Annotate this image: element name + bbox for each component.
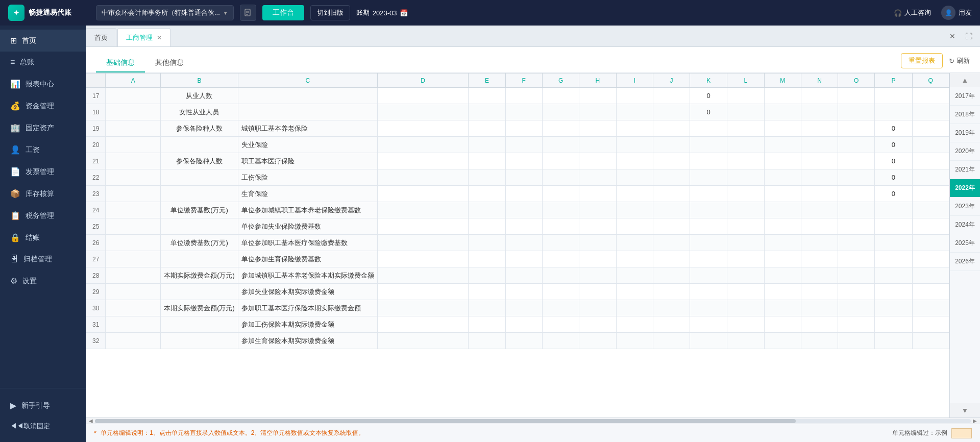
- cell-a-27[interactable]: [106, 251, 161, 267]
- maximize-window-button[interactable]: ⛶: [962, 29, 976, 43]
- cell-i-31[interactable]: [616, 316, 653, 333]
- cell-q-25[interactable]: [912, 218, 949, 235]
- cell-a-32[interactable]: [106, 333, 161, 349]
- year-item-2020[interactable]: 2020年: [950, 142, 980, 161]
- cell-l-19[interactable]: [727, 120, 764, 137]
- sidebar-item-tax[interactable]: 📋税务管理: [0, 205, 86, 227]
- cell-o-22[interactable]: [838, 169, 875, 186]
- year-scroll-down[interactable]: ▼: [950, 403, 980, 418]
- cell-a-23[interactable]: [106, 186, 161, 202]
- cell-e-20[interactable]: [469, 137, 505, 153]
- cell-k-30[interactable]: [690, 300, 727, 316]
- cell-i-27[interactable]: [616, 251, 653, 267]
- cell-c-20[interactable]: 失业保险: [238, 137, 377, 153]
- cell-f-27[interactable]: [505, 251, 542, 267]
- cell-e-32[interactable]: [469, 333, 505, 349]
- refresh-button[interactable]: ↻ 刷新: [949, 56, 970, 65]
- cell-g-18[interactable]: [542, 104, 579, 120]
- cell-e-19[interactable]: [469, 120, 505, 137]
- cell-i-28[interactable]: [616, 267, 653, 284]
- year-item-2026[interactable]: 2026年: [950, 253, 980, 271]
- cell-h-28[interactable]: [579, 267, 616, 284]
- cell-q-32[interactable]: [912, 333, 949, 349]
- cell-e-31[interactable]: [469, 316, 505, 333]
- company-selector[interactable]: 中审众环会计师事务所（特殊普通合伙... ▼: [96, 5, 234, 20]
- cell-h-19[interactable]: [579, 120, 616, 137]
- cell-f-30[interactable]: [505, 300, 542, 316]
- sidebar-item-report[interactable]: 📊报表中心: [0, 73, 86, 95]
- cell-e-25[interactable]: [469, 218, 505, 235]
- cell-k-26[interactable]: [690, 235, 727, 251]
- cell-l-26[interactable]: [727, 235, 764, 251]
- cell-e-21[interactable]: [469, 153, 505, 169]
- sidebar-item-ledger[interactable]: ≡总账: [0, 52, 86, 73]
- cell-e-17[interactable]: [469, 88, 505, 104]
- cell-k-19[interactable]: [690, 120, 727, 137]
- cell-h-23[interactable]: [579, 186, 616, 202]
- cell-q-24[interactable]: [912, 202, 949, 218]
- scroll-thumb[interactable]: [95, 419, 796, 423]
- cell-m-25[interactable]: [764, 218, 801, 235]
- cell-g-19[interactable]: [542, 120, 579, 137]
- cell-a-21[interactable]: [106, 153, 161, 169]
- cell-i-30[interactable]: [616, 300, 653, 316]
- cell-d-22[interactable]: [377, 169, 469, 186]
- cell-j-18[interactable]: [653, 104, 690, 120]
- year-item-2017[interactable]: 2017年: [950, 87, 980, 106]
- sidebar-item-guide[interactable]: ▶ 新手引导: [0, 395, 86, 416]
- cell-q-26[interactable]: [912, 235, 949, 251]
- cell-i-26[interactable]: [616, 235, 653, 251]
- cell-e-24[interactable]: [469, 202, 505, 218]
- scroll-right-arrow[interactable]: ▶: [971, 417, 979, 424]
- cell-j-26[interactable]: [653, 235, 690, 251]
- cell-i-17[interactable]: [616, 88, 653, 104]
- cell-g-30[interactable]: [542, 300, 579, 316]
- cell-h-29[interactable]: [579, 284, 616, 300]
- cell-q-20[interactable]: [912, 137, 949, 153]
- cell-c-31[interactable]: 参加工伤保险本期实际缴费金额: [238, 316, 377, 333]
- cell-j-17[interactable]: [653, 88, 690, 104]
- cell-h-18[interactable]: [579, 104, 616, 120]
- cell-d-17[interactable]: [377, 88, 469, 104]
- cell-b-21[interactable]: 参保各险种人数: [161, 153, 238, 169]
- cell-p-18[interactable]: [875, 104, 912, 120]
- cell-a-26[interactable]: [106, 235, 161, 251]
- cell-e-28[interactable]: [469, 267, 505, 284]
- switch-version-button[interactable]: 切到旧版: [310, 5, 350, 20]
- cell-m-26[interactable]: [764, 235, 801, 251]
- cell-k-25[interactable]: [690, 218, 727, 235]
- cell-i-22[interactable]: [616, 169, 653, 186]
- cell-l-28[interactable]: [727, 267, 764, 284]
- cell-p-29[interactable]: [875, 284, 912, 300]
- cell-o-26[interactable]: [838, 235, 875, 251]
- cell-l-24[interactable]: [727, 202, 764, 218]
- cell-e-30[interactable]: [469, 300, 505, 316]
- table-scroll-area[interactable]: ABCDEFGHIJKLMNOPQ 17从业人数018女性从业人员019参保各险…: [86, 73, 949, 418]
- doc-icon[interactable]: [240, 5, 256, 21]
- cell-h-27[interactable]: [579, 251, 616, 267]
- cell-b-28[interactable]: 本期实际缴费金额(万元): [161, 267, 238, 284]
- cell-m-31[interactable]: [764, 316, 801, 333]
- cell-n-32[interactable]: [801, 333, 838, 349]
- cell-b-25[interactable]: [161, 218, 238, 235]
- cell-b-30[interactable]: 本期实际缴费金额(万元): [161, 300, 238, 316]
- cell-l-17[interactable]: [727, 88, 764, 104]
- cell-d-20[interactable]: [377, 137, 469, 153]
- tab-business[interactable]: 工商管理 ✕: [117, 28, 170, 46]
- cell-c-29[interactable]: 参加失业保险本期实际缴费金额: [238, 284, 377, 300]
- cell-b-20[interactable]: [161, 137, 238, 153]
- cell-a-25[interactable]: [106, 218, 161, 235]
- cell-j-22[interactable]: [653, 169, 690, 186]
- cell-o-21[interactable]: [838, 153, 875, 169]
- cell-n-26[interactable]: [801, 235, 838, 251]
- cell-j-23[interactable]: [653, 186, 690, 202]
- cell-f-19[interactable]: [505, 120, 542, 137]
- cell-f-24[interactable]: [505, 202, 542, 218]
- cell-j-24[interactable]: [653, 202, 690, 218]
- cell-n-22[interactable]: [801, 169, 838, 186]
- cell-n-30[interactable]: [801, 300, 838, 316]
- cell-o-23[interactable]: [838, 186, 875, 202]
- cell-l-25[interactable]: [727, 218, 764, 235]
- cell-m-17[interactable]: [764, 88, 801, 104]
- cell-b-23[interactable]: [161, 186, 238, 202]
